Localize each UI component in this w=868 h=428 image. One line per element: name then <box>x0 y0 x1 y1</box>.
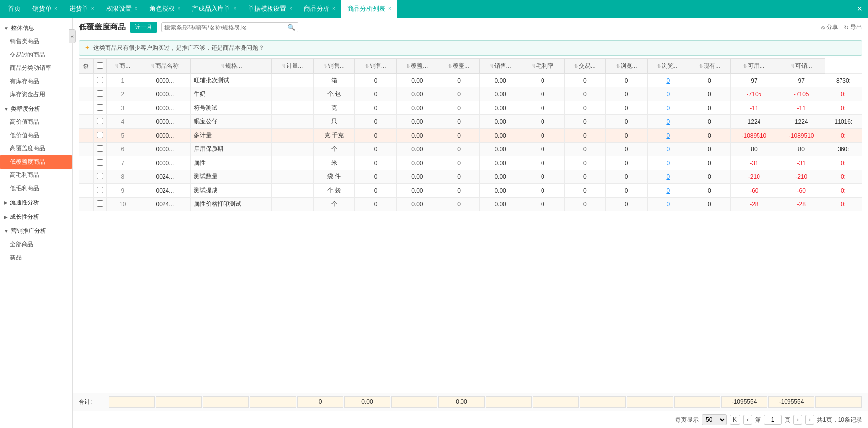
settings-icon[interactable]: ⚙ <box>83 62 89 70</box>
row-checkbox-cell[interactable] <box>94 156 107 170</box>
table-row: 7 0000... 属性 米 0 0.00 0 0.00 0 0 0 0 0 -… <box>79 156 862 170</box>
row-checkbox-cell[interactable] <box>94 143 107 156</box>
close-icon[interactable]: × <box>54 0 57 18</box>
sidebar-item-low-coverage[interactable]: 低覆盖度商品 <box>0 155 72 169</box>
nav-tab-template[interactable]: 单据模板设置 × <box>242 0 298 18</box>
row-checkbox-cell[interactable] <box>94 101 107 115</box>
row-browse1-cell[interactable]: 0 <box>647 170 689 184</box>
row-browse1-cell[interactable]: 0 <box>647 143 689 156</box>
nav-tab-home[interactable]: 首页 <box>2 0 27 18</box>
row-code-cell: 0024... <box>139 184 191 198</box>
sidebar-item-sales-goods[interactable]: 销售类商品 <box>0 35 72 48</box>
sidebar-item-traded-goods[interactable]: 交易过的商品 <box>0 48 72 61</box>
chevron-down-icon: ▼ <box>4 228 9 234</box>
nav-tab-sales[interactable]: 销货单 × <box>27 0 63 18</box>
row-spec-cell <box>272 74 314 87</box>
row-available-cell: -210 <box>778 170 825 184</box>
nav-tab-permissions[interactable]: 权限设置 × <box>100 0 143 18</box>
row-checkbox[interactable] <box>97 118 103 124</box>
row-checkbox[interactable] <box>97 132 103 138</box>
per-page-label: 每页显示 <box>675 416 699 424</box>
close-icon[interactable]: × <box>178 0 181 18</box>
export-button[interactable]: ↻ 导出 <box>844 23 862 31</box>
sidebar-item-low-margin[interactable]: 低毛利商品 <box>0 182 72 195</box>
row-browse1-cell[interactable]: 0 <box>647 101 689 115</box>
row-code-cell: 0000... <box>139 101 191 115</box>
row-checkbox[interactable] <box>97 173 103 179</box>
row-trade-cell: 0 <box>606 101 648 115</box>
sidebar-section-flow-header[interactable]: ▶ 流通性分析 <box>0 196 72 209</box>
row-trade-cell: 0 <box>606 198 648 211</box>
nav-tab-roles[interactable]: 角色授权 × <box>143 0 187 18</box>
star-icon: ✦ <box>85 44 90 51</box>
sidebar-section-marketing-header[interactable]: ▼ 营销推广分析 <box>0 225 72 238</box>
last-page-button[interactable]: › <box>805 415 814 425</box>
row-checkbox-cell[interactable] <box>94 170 107 184</box>
sidebar-item-high-value[interactable]: 高价值商品 <box>0 115 72 129</box>
close-icon[interactable]: × <box>135 0 137 18</box>
row-checkbox[interactable] <box>97 90 103 97</box>
page-number-input[interactable] <box>764 415 782 425</box>
row-checkbox[interactable] <box>97 187 103 193</box>
table-row: 5 0000... 多计量 克,千克 0 0.00 0 0.00 0 0 0 0… <box>79 129 862 143</box>
row-checkbox[interactable] <box>97 159 103 166</box>
row-browse1-cell[interactable]: 0 <box>647 115 689 129</box>
first-page-button[interactable]: K <box>730 415 740 425</box>
sidebar-section-growth-header[interactable]: ▶ 成长性分析 <box>0 210 72 224</box>
sidebar-item-high-coverage[interactable]: 高覆盖度商品 <box>0 142 72 155</box>
table-container[interactable]: ⚙ ⇅商... ⇅商品名称 ⇅规格... ⇅计量... ⇅销售... ⇅销售..… <box>73 58 868 393</box>
row-browse1-cell[interactable]: 0 <box>647 74 689 87</box>
footer-empty10 <box>674 396 720 408</box>
close-icon[interactable]: × <box>289 0 292 18</box>
nav-tab-analysis[interactable]: 商品分析 × <box>298 0 341 18</box>
sidebar-item-high-margin[interactable]: 高毛利商品 <box>0 169 72 182</box>
row-checkbox[interactable] <box>97 77 103 83</box>
row-checkbox[interactable] <box>97 200 103 207</box>
sidebar-item-stocked-goods[interactable]: 有库存商品 <box>0 75 72 88</box>
close-icon[interactable]: × <box>233 0 236 18</box>
row-checkbox-cell[interactable] <box>94 115 107 129</box>
row-browse1-cell[interactable]: 0 <box>647 129 689 143</box>
row-checkbox[interactable] <box>97 104 103 111</box>
nav-tab-analysis-list[interactable]: 商品分析列表 × <box>341 0 397 18</box>
row-checkbox-cell[interactable] <box>94 198 107 211</box>
sidebar-section-overall-header[interactable]: ▼ 整体信息 <box>0 22 72 35</box>
settings-column-header[interactable]: ⚙ <box>79 59 94 74</box>
sidebar-item-new-goods[interactable]: 新品 <box>0 251 72 264</box>
row-browse1-cell[interactable]: 0 <box>647 184 689 198</box>
nav-tab-purchase[interactable]: 进货单 × <box>63 0 100 18</box>
row-checkbox-cell[interactable] <box>94 74 107 87</box>
row-settings-cell <box>79 87 94 101</box>
row-checkbox-cell[interactable] <box>94 87 107 101</box>
row-browse1-cell[interactable]: 0 <box>647 156 689 170</box>
close-icon[interactable]: × <box>332 0 335 18</box>
checkbox-column-header[interactable] <box>94 59 107 74</box>
share-button[interactable]: ⎋ 分享 <box>821 23 838 31</box>
per-page-select[interactable]: 50 10 20 100 <box>702 414 727 425</box>
sidebar-item-category-rate[interactable]: 商品分类动销率 <box>0 61 72 75</box>
select-all-checkbox[interactable] <box>97 62 103 69</box>
row-margin-cell: 0 <box>564 101 606 115</box>
nav-tab-finished-goods[interactable]: 产成品入库单 × <box>186 0 242 18</box>
sidebar-item-all-goods[interactable]: 全部商品 <box>0 238 72 251</box>
close-icon[interactable]: × <box>388 0 391 18</box>
app-close-button[interactable]: × <box>853 4 866 14</box>
next-page-button[interactable]: › <box>793 415 802 425</box>
row-sales3-cell: 0 <box>521 129 564 143</box>
sidebar-section-cluster-header[interactable]: ▼ 类群度分析 <box>0 102 72 115</box>
sidebar: ▼ 整体信息 销售类商品 交易过的商品 商品分类动销率 有库存商品 库存资金占用… <box>0 18 73 428</box>
row-sales-amt-cell: 0.00 <box>396 101 438 115</box>
close-icon[interactable]: × <box>91 0 94 18</box>
row-checkbox[interactable] <box>97 145 103 152</box>
sidebar-item-inventory-funds[interactable]: 库存资金占用 <box>0 88 72 101</box>
row-browse1-cell[interactable]: 0 <box>647 87 689 101</box>
row-checkbox-cell[interactable] <box>94 129 107 143</box>
row-checkbox-cell[interactable] <box>94 184 107 198</box>
sidebar-collapse-button[interactable]: « <box>69 29 76 43</box>
prev-page-button[interactable]: ‹ <box>743 415 752 425</box>
row-browse1-cell[interactable]: 0 <box>647 198 689 211</box>
period-button[interactable]: 近一月 <box>130 22 157 33</box>
search-input[interactable] <box>164 24 287 31</box>
sidebar-item-low-value[interactable]: 低价值商品 <box>0 129 72 142</box>
row-num-cell: 8 <box>107 170 139 184</box>
